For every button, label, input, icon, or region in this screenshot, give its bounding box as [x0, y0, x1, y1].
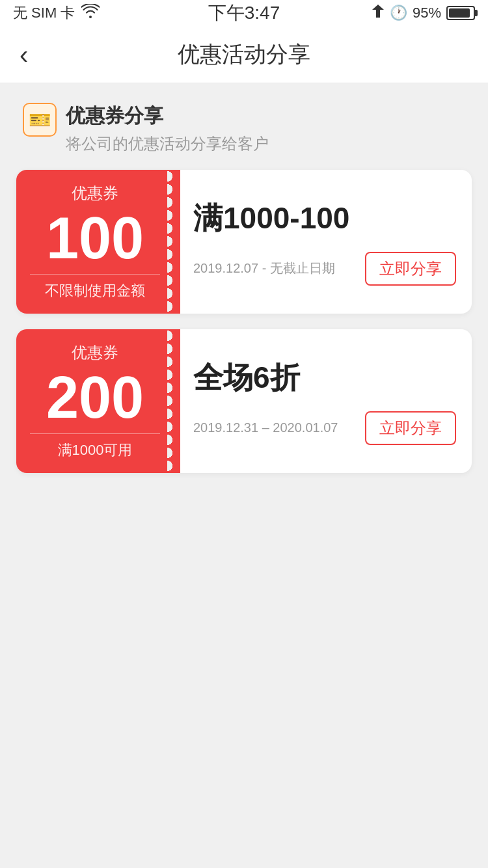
coupon-amount: 200	[46, 368, 144, 427]
section-text: 优惠券分享 将公司的优惠活动分享给客户	[66, 103, 269, 154]
coupon-divider	[30, 433, 160, 434]
coupon-amount: 100	[46, 209, 144, 267]
coupon-icon: 🎫	[23, 103, 57, 137]
coupon-card: 优惠券 200 满1000可用 全场6折 2019.12.31 – 2020.0…	[16, 329, 472, 473]
coupon-list: 优惠券 100 不限制使用金额 满1000-100 2019.12.07 - 无…	[16, 170, 472, 473]
coupon-left: 优惠券 200 满1000可用	[16, 329, 174, 473]
coupon-right: 满1000-100 2019.12.07 - 无截止日期 立即分享	[174, 170, 472, 314]
alarm-icon: 🕐	[390, 5, 407, 21]
nav-title: 优惠活动分享	[178, 40, 310, 70]
coupon-left: 优惠券 100 不限制使用金额	[16, 170, 174, 314]
section-icon: 🎫	[23, 103, 57, 137]
share-button[interactable]: 立即分享	[365, 252, 456, 286]
share-button[interactable]: 立即分享	[365, 411, 456, 445]
coupon-condition: 满1000可用	[58, 441, 133, 460]
battery-percent: 95%	[413, 5, 441, 21]
coupon-name: 满1000-100	[193, 198, 456, 239]
coupon-bottom: 2019.12.07 - 无截止日期 立即分享	[193, 252, 456, 286]
status-bar: 无 SIM 卡 下午3:47 🕐 95%	[0, 0, 488, 26]
coupon-right: 全场6折 2019.12.31 – 2020.01.07 立即分享	[174, 329, 472, 473]
status-left: 无 SIM 卡	[13, 3, 100, 23]
status-time: 下午3:47	[208, 1, 280, 25]
status-right: 🕐 95%	[372, 4, 475, 22]
coupon-condition: 不限制使用金额	[45, 281, 145, 301]
section-subtitle: 将公司的优惠活动分享给客户	[66, 133, 269, 154]
wifi-icon	[81, 4, 100, 22]
coupon-bottom: 2019.12.31 – 2020.01.07 立即分享	[193, 411, 456, 445]
nav-bar: ‹ 优惠活动分享	[0, 26, 488, 83]
coupon-type-label: 优惠券	[72, 342, 118, 363]
battery-icon	[446, 6, 475, 20]
location-icon	[372, 4, 385, 22]
section-header: 🎫 优惠券分享 将公司的优惠活动分享给客户	[16, 103, 472, 154]
section-title: 优惠券分享	[66, 103, 269, 129]
content-area: 🎫 优惠券分享 将公司的优惠活动分享给客户 优惠券 100 不限制使用金额 满1…	[0, 83, 488, 508]
coupon-date: 2019.12.07 - 无截止日期	[193, 260, 335, 277]
coupon-type-label: 优惠券	[72, 183, 118, 204]
carrier-label: 无 SIM 卡	[13, 3, 75, 23]
coupon-divider	[30, 274, 160, 275]
coupon-name: 全场6折	[193, 358, 456, 398]
coupon-card: 优惠券 100 不限制使用金额 满1000-100 2019.12.07 - 无…	[16, 170, 472, 314]
coupon-date: 2019.12.31 – 2020.01.07	[193, 420, 338, 435]
back-button[interactable]: ‹	[20, 42, 28, 68]
